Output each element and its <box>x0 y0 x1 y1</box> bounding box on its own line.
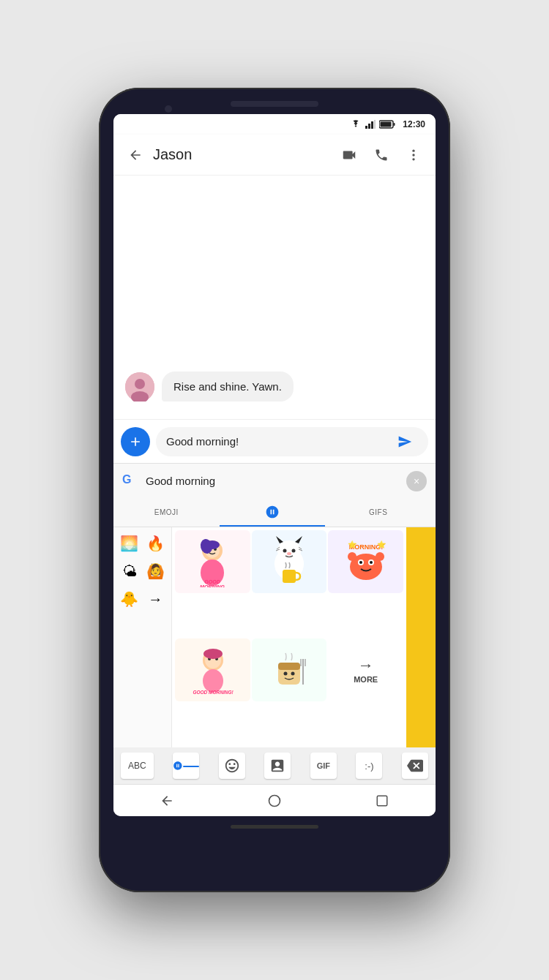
svg-text:⭐: ⭐ <box>377 540 386 549</box>
svg-point-27 <box>292 549 296 553</box>
sticker-3[interactable]: MORNING! ⭐ <box>328 530 403 593</box>
svg-point-53 <box>284 671 288 675</box>
stickers-grid: 🌅 🔥 🌤 🙆 🐥 → <box>113 527 436 747</box>
emoji-person[interactable]: 🙆 <box>144 559 168 583</box>
gif-column[interactable] <box>406 527 436 747</box>
avatar <box>125 372 154 402</box>
keyboard-tabs: EMOJI GIFs <box>113 498 436 527</box>
svg-point-59 <box>269 795 280 806</box>
phone-call-button[interactable] <box>367 140 396 170</box>
gboard-search-text: Good morning <box>146 475 399 487</box>
svg-rect-33 <box>283 570 296 583</box>
svg-rect-3 <box>374 120 376 129</box>
tab-gifs[interactable]: GIFs <box>325 498 436 527</box>
incoming-message-text: Rise and shine. Yawn. <box>173 380 282 393</box>
phone-top-bar <box>99 88 450 114</box>
svg-rect-1 <box>368 124 370 129</box>
svg-point-49 <box>203 649 223 659</box>
back-button[interactable] <box>121 140 150 170</box>
speaker <box>231 101 318 107</box>
phone-bottom-bar <box>99 816 450 845</box>
add-button[interactable] <box>121 427 150 456</box>
svg-text:GOOD MORNING!: GOOD MORNING! <box>193 690 234 695</box>
phone-outer: 12:30 Jason <box>0 0 549 980</box>
home-indicator <box>231 825 318 829</box>
svg-point-9 <box>412 158 414 160</box>
video-call-button[interactable] <box>335 140 364 170</box>
sticker-more-label: → MORE <box>354 656 378 684</box>
svg-point-8 <box>412 154 414 156</box>
svg-point-39 <box>370 561 373 564</box>
svg-point-7 <box>412 149 414 151</box>
emoji-sunrise[interactable]: 🌅 <box>118 532 141 555</box>
message-input-wrap[interactable]: Good morning! <box>156 427 428 456</box>
status-icons <box>350 120 395 129</box>
svg-rect-2 <box>371 121 373 129</box>
emoji-fire[interactable]: 🔥 <box>144 532 168 555</box>
emoji-arrow[interactable]: → <box>144 587 168 611</box>
nav-back-button[interactable] <box>151 785 183 817</box>
sticker-2[interactable] <box>252 530 327 593</box>
sticker-5[interactable] <box>252 638 327 701</box>
battery-icon <box>379 120 395 129</box>
sticker-keyboard-icon[interactable] <box>173 753 199 779</box>
svg-marker-25 <box>295 536 302 543</box>
svg-marker-24 <box>276 536 283 543</box>
stickers-column: GOOD MORNING <box>172 527 406 747</box>
abc-button[interactable]: ABC <box>121 753 154 779</box>
sticker-more[interactable]: → MORE <box>328 638 403 701</box>
abc-label: ABC <box>128 761 146 771</box>
input-row: Good morning! <box>113 419 436 463</box>
emoji-column: 🌅 🔥 🌤 🙆 🐥 → <box>113 527 172 747</box>
svg-point-19 <box>205 540 220 549</box>
gif-button[interactable]: GIF <box>310 753 337 779</box>
nav-bar <box>113 784 436 816</box>
phone-body: 12:30 Jason <box>99 88 450 892</box>
svg-rect-52 <box>278 663 300 670</box>
more-text: MORE <box>354 675 378 684</box>
svg-point-38 <box>359 561 362 564</box>
app-bar: Jason <box>113 135 436 176</box>
gif-sticker-icon[interactable] <box>264 753 291 779</box>
svg-point-23 <box>277 540 301 561</box>
screen: 12:30 Jason <box>113 114 436 816</box>
emoji-sun[interactable]: 🌤 <box>118 559 141 583</box>
contact-name: Jason <box>153 146 335 163</box>
send-button[interactable] <box>392 429 418 455</box>
svg-text:⭐: ⭐ <box>348 540 357 549</box>
status-time: 12:30 <box>403 119 425 129</box>
incoming-message-bubble: Rise and shine. Yawn. <box>162 372 294 402</box>
svg-rect-0 <box>365 126 367 129</box>
status-bar: 12:30 <box>113 114 436 135</box>
svg-point-40 <box>348 552 356 561</box>
sticker-4[interactable]: GOOD MORNING! <box>175 638 250 701</box>
gboard-search-bar: G Good morning × <box>113 463 436 498</box>
nav-home-button[interactable] <box>258 785 291 817</box>
message-input[interactable]: Good morning! <box>166 435 392 448</box>
message-row: Rise and shine. Yawn. <box>125 372 424 402</box>
tab-stickers[interactable] <box>220 498 326 527</box>
wifi-icon <box>350 120 362 129</box>
emoji-row-2: 🌤 🙆 <box>118 559 167 583</box>
svg-rect-5 <box>394 123 395 126</box>
svg-rect-60 <box>377 796 387 806</box>
google-g-logo: G <box>122 473 138 489</box>
emoji-keyboard-icon[interactable] <box>219 753 245 779</box>
app-bar-actions <box>335 140 428 170</box>
tab-emoji[interactable]: EMOJI <box>113 498 220 527</box>
emoticon-button[interactable]: :-) <box>356 753 382 779</box>
svg-text:GOOD: GOOD <box>205 579 220 584</box>
svg-point-41 <box>376 552 384 561</box>
more-options-button[interactable] <box>399 140 428 170</box>
clear-icon: × <box>414 475 419 487</box>
sticker-1[interactable]: GOOD MORNING <box>175 530 250 593</box>
svg-point-11 <box>135 379 145 389</box>
clear-search-button[interactable]: × <box>406 471 427 491</box>
svg-text:MORNING: MORNING <box>200 584 225 587</box>
svg-point-54 <box>291 671 295 675</box>
emoji-row-3: 🐥 → <box>118 587 167 611</box>
emoji-chick[interactable]: 🐥 <box>118 587 141 611</box>
nav-recents-button[interactable] <box>366 785 398 817</box>
backspace-button[interactable] <box>402 753 428 779</box>
keyboard-bottom: ABC <box>113 747 436 784</box>
